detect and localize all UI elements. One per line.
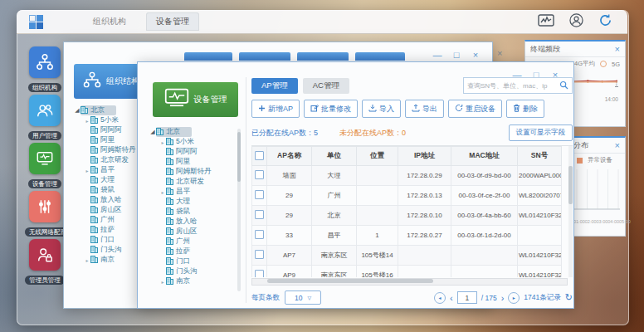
tree-item[interactable]: ▸昌平 [159, 187, 212, 197]
tree-item[interactable]: 阿姆斯特丹 [84, 145, 136, 155]
tree-item[interactable]: 房山区 [159, 227, 212, 237]
table-row[interactable]: 29北京172.28.0.1000-03-0f-4a-bb-60WL014210… [252, 206, 562, 226]
search-input[interactable]: 查询SN号、单位、mac、ip [463, 77, 573, 94]
ap-name-link[interactable]: AP7 [267, 246, 312, 266]
minimize-icon[interactable]: — [432, 51, 442, 60]
tree-item[interactable]: 阿姆斯特丹 [159, 167, 212, 177]
org-chart-icon[interactable] [29, 46, 61, 78]
sidebar-item-5[interactable]: 管理员管理 [25, 239, 65, 286]
delete-button[interactable]: 删除 [506, 100, 544, 118]
expander-icon[interactable]: ▸ [84, 118, 90, 124]
tree-scrollbar[interactable] [237, 129, 241, 291]
monitor-chart-icon[interactable] [538, 14, 554, 30]
tree-item[interactable]: ▸5小米 [84, 115, 136, 125]
table-row[interactable]: AP7南京东区105号楼14WL014210F328000 [252, 246, 562, 266]
toolbar-button[interactable]: 重启设备 [448, 100, 502, 118]
tree-item[interactable]: 门口 [84, 235, 136, 245]
first-page-button[interactable]: ◂ [434, 292, 446, 304]
tab-ap-management[interactable]: AP管理 [251, 78, 298, 94]
row-checkbox[interactable] [252, 206, 267, 226]
app-logo-icon[interactable] [29, 15, 43, 29]
toolbar-button[interactable]: 新增AP [251, 100, 300, 118]
expander-icon[interactable]: ▸ [159, 189, 166, 195]
ap-name-link[interactable]: 33 [267, 226, 312, 246]
row-checkbox[interactable] [252, 186, 267, 206]
sidebar-item-1[interactable]: 组织机构 [25, 46, 65, 93]
tree-item[interactable]: 阿里 [84, 135, 136, 145]
per-page-select[interactable]: 10▽ [285, 290, 321, 305]
expander-icon[interactable]: ◢ [149, 129, 156, 135]
toolbar-button[interactable]: 导入 [362, 100, 401, 118]
ap-name-link[interactable]: 29 [267, 186, 312, 206]
toolbar-button[interactable]: 批量修改 [304, 100, 358, 118]
column-header[interactable]: 单位 [312, 147, 357, 166]
ap-name-link[interactable]: AP9 [267, 266, 312, 278]
expander-icon[interactable]: ▸ [159, 139, 166, 145]
device-monitor-icon[interactable] [29, 143, 61, 174]
close-icon[interactable]: × [497, 48, 502, 58]
last-page-button[interactable]: ▸ [508, 292, 520, 304]
tree-item[interactable]: 门口 [159, 256, 212, 266]
row-checkbox[interactable] [252, 266, 267, 278]
column-header[interactable]: 位置 [357, 147, 398, 166]
tree-item[interactable]: 北京研发 [159, 177, 212, 187]
tree-item[interactable]: 拉萨 [159, 247, 212, 256]
table-row[interactable]: AP9南京东区105号楼16WL014210F328000 [252, 266, 562, 278]
tab-ac-management[interactable]: AC管理 [303, 78, 349, 94]
tab-organization[interactable]: 组织机构 [83, 12, 136, 31]
expander-icon[interactable]: ◢ [74, 107, 80, 114]
tree-item[interactable]: 阿阿阿 [84, 125, 136, 135]
configure-fields-button[interactable]: 设置可显示字段 [509, 124, 573, 141]
sidebar-item-4[interactable]: 无线网络配置 [25, 191, 65, 237]
tree-item[interactable]: 大理 [84, 175, 136, 185]
row-checkbox[interactable] [252, 226, 267, 246]
close-icon[interactable]: × [471, 51, 481, 60]
user-account-icon[interactable] [569, 13, 583, 31]
tree-item[interactable]: 门头沟 [159, 266, 212, 276]
column-header[interactable]: MAC地址 [451, 147, 518, 166]
table-row[interactable]: 33昌平1172.28.0.2700-03-0f-1d-2d-00 [252, 226, 562, 246]
tree-item[interactable]: ▸南京 [84, 255, 136, 265]
tree-item[interactable]: 袋鼠 [84, 185, 136, 195]
sidebar-item-3[interactable]: 设备管理 [25, 143, 65, 189]
sliders-icon[interactable] [29, 191, 61, 222]
table-row[interactable]: 墙面大理172.28.0.2900-03-0f-d9-bd-002000WAPL… [252, 166, 562, 186]
tree-item[interactable]: 门头沟 [84, 245, 136, 255]
row-checkbox[interactable] [252, 246, 267, 266]
tree-item[interactable]: 拉萨 [84, 225, 136, 235]
maximize-icon[interactable]: □ [451, 51, 461, 60]
column-header[interactable]: AP名称 [267, 147, 312, 166]
row-checkbox[interactable] [252, 166, 267, 186]
admin-lock-icon[interactable] [29, 239, 61, 271]
tree-item[interactable]: 广州 [159, 237, 212, 247]
tree-item[interactable]: 阿里 [159, 157, 212, 167]
ap-name-link[interactable]: 墙面 [267, 166, 312, 186]
download-icon[interactable]: ↓ [615, 80, 619, 87]
ap-name-link[interactable]: 29 [267, 206, 312, 226]
tree-item[interactable]: ▸南京 [159, 276, 212, 286]
tree-item[interactable]: 房山区 [84, 205, 136, 215]
next-page-button[interactable]: › [501, 294, 505, 302]
table-horizontal-scrollbar[interactable] [251, 278, 568, 286]
prev-page-button[interactable]: ‹ [450, 294, 453, 302]
tree-item[interactable]: ▸昌平 [84, 165, 136, 175]
tree-item[interactable]: 北京研发 [84, 155, 136, 165]
users-icon[interactable] [29, 95, 61, 126]
table-row[interactable]: 29广州172.28.0.1300-03-0f-ce-2f-00WL8200I2… [252, 186, 562, 206]
expander-icon[interactable]: ▸ [84, 257, 90, 263]
tab-device-management[interactable]: 设备管理 [146, 12, 199, 31]
tree-item[interactable]: 广州 [84, 215, 136, 225]
close-icon[interactable]: × [615, 44, 620, 54]
refresh-icon[interactable]: ↻ [565, 292, 573, 303]
expander-icon[interactable]: ▸ [84, 168, 90, 173]
toolbar-button[interactable]: 导出 [405, 100, 444, 118]
tree-item[interactable]: 大理 [159, 197, 212, 207]
column-header[interactable]: IP地址 [398, 147, 451, 166]
tree-root[interactable]: ◢北京 [149, 127, 212, 137]
table-vertical-scrollbar[interactable] [568, 146, 573, 277]
tree-item[interactable]: 阿阿阿 [159, 147, 212, 157]
tree-item[interactable]: ▸5小米 [159, 137, 212, 147]
select-all-checkbox[interactable] [252, 147, 267, 166]
page-number-input[interactable]: 1 [457, 291, 477, 304]
tree-root[interactable]: ◢北京 [74, 105, 136, 115]
